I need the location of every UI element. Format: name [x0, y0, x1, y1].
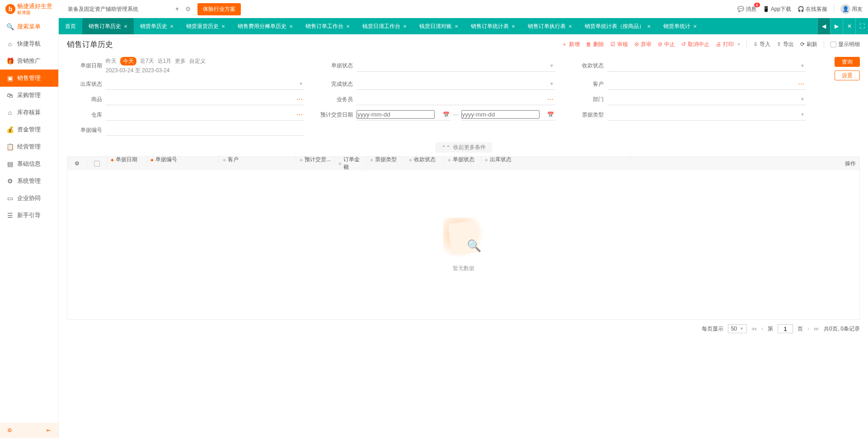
print-button[interactable]: 🖨打印▾	[716, 41, 740, 48]
date-quick-option[interactable]: 今天	[120, 57, 136, 65]
sidebar-item[interactable]: ⚙系统管理	[0, 172, 58, 190]
table-column-header[interactable]: ◆单据日期	[107, 156, 147, 163]
tab-close-all[interactable]: ✕	[843, 18, 855, 34]
deliver-date-to[interactable]: 📅	[461, 109, 555, 121]
page-prev[interactable]: ‹	[761, 326, 763, 332]
sidebar-item[interactable]: 🛍采购管理	[0, 87, 58, 104]
close-icon[interactable]: ✕	[221, 24, 225, 29]
sidebar-item[interactable]: ☰新手引导	[0, 207, 58, 224]
tab[interactable]: 销售订单工作台✕	[299, 18, 356, 34]
collapse-filters-button[interactable]: ⌃⌃ 收起更多条件	[435, 142, 492, 153]
dept-select[interactable]: ▼	[607, 93, 806, 105]
app-download-button[interactable]: 📱 App下载	[763, 5, 791, 13]
tab-scroll-left[interactable]: ◀	[817, 18, 830, 34]
industry-plan-button[interactable]: 体验行业方案	[197, 3, 241, 15]
date-quick-option[interactable]: 自定义	[189, 57, 206, 65]
sidebar-search[interactable]: 🔍 搜索菜单	[0, 18, 58, 35]
sidebar-item[interactable]: 📋经营管理	[0, 138, 58, 155]
tab[interactable]: 钱货日清工作台✕	[356, 18, 413, 34]
setting-button[interactable]: 设置	[835, 70, 860, 80]
tab[interactable]: 销货单统计✕	[657, 18, 703, 34]
sidebar-item[interactable]: ▣销售管理	[0, 70, 58, 87]
tab[interactable]: 销售订单统计表✕	[464, 18, 521, 34]
per-page-select[interactable]: 50▼	[728, 324, 747, 333]
bill-type-select[interactable]: ▼	[607, 109, 806, 121]
tab[interactable]: 销售订单执行表✕	[521, 18, 578, 34]
export-button[interactable]: ⇧导出	[777, 41, 794, 48]
tab[interactable]: 销货退货历史✕	[180, 18, 231, 34]
close-icon[interactable]: ✕	[170, 24, 174, 29]
search-button[interactable]: 查询	[835, 57, 860, 67]
table-column-header[interactable]: ◆单据编号	[147, 156, 219, 163]
sidebar-item[interactable]: ▭企业协同	[0, 190, 58, 207]
abandon-button[interactable]: ⊘弃审	[634, 41, 652, 48]
tab-scroll-right[interactable]: ▶	[830, 18, 843, 34]
add-button[interactable]: ＋新增	[562, 41, 580, 48]
date-quick-option[interactable]: 近7天	[140, 57, 154, 65]
date-quick-option[interactable]: 昨天	[106, 57, 117, 65]
system-select[interactable]: 装备及固定资产辅助管理系统 ▼	[68, 5, 180, 13]
messages-button[interactable]: 💬 消息 6	[737, 5, 756, 13]
page-input[interactable]	[778, 324, 793, 333]
table-column-header[interactable]: ◆单据状态	[444, 156, 481, 163]
sidebar-item[interactable]: 🎁营销推广	[0, 52, 58, 70]
table-column-header[interactable]: ◆客户	[219, 156, 296, 163]
customer-select[interactable]: ⋯	[607, 78, 806, 90]
bill-no-input[interactable]	[106, 127, 304, 133]
pay-status-select[interactable]: ▼	[607, 60, 806, 72]
fullscreen-icon[interactable]: ⛶	[855, 18, 868, 34]
sidebar-item[interactable]: ⌂快捷导航	[0, 35, 58, 52]
table-settings-button[interactable]: ⚙	[67, 157, 87, 170]
bill-status-select[interactable]: ▼	[357, 60, 555, 72]
close-icon[interactable]: ✕	[568, 24, 572, 29]
out-status-select[interactable]: ▼	[106, 78, 304, 90]
close-icon[interactable]: ✕	[455, 24, 458, 29]
deliver-date-to-input[interactable]	[461, 110, 540, 119]
tab[interactable]: 钱货日清对账✕	[413, 18, 464, 34]
close-icon[interactable]: ✕	[403, 24, 407, 29]
warehouse-select[interactable]: ⋯	[106, 109, 304, 121]
close-icon[interactable]: ✕	[511, 24, 515, 29]
goods-select[interactable]: ⋯	[106, 93, 304, 105]
tab[interactable]: 销货单历史✕	[134, 18, 180, 34]
tab[interactable]: 首页	[59, 18, 82, 34]
sidebar-item[interactable]: ⌂库存核算	[0, 104, 58, 121]
table-column-header[interactable]: ◆出库状态	[481, 156, 630, 163]
table-column-header[interactable]: ◆订单金额	[335, 156, 366, 171]
close-icon[interactable]: ✕	[693, 24, 697, 29]
deliver-date-from-input[interactable]	[357, 110, 435, 119]
sidebar-item[interactable]: ▤基础信息	[0, 155, 58, 172]
online-service-button[interactable]: 🎧 在线客服	[798, 5, 827, 13]
table-column-header[interactable]: ◆票据类型	[366, 156, 405, 163]
close-icon[interactable]: ✕	[124, 24, 127, 29]
gear-icon[interactable]: ⚙	[7, 427, 12, 433]
select-all-checkbox[interactable]	[87, 157, 107, 170]
deliver-date-from[interactable]: 📅	[357, 109, 450, 121]
biz-user-select[interactable]: ⋯	[357, 93, 555, 105]
close-icon[interactable]: ✕	[647, 24, 651, 29]
bill-no-input-wrap[interactable]	[106, 124, 304, 136]
page-last[interactable]: ⏭	[814, 326, 819, 332]
audit-button[interactable]: ☑审核	[610, 41, 628, 48]
page-first[interactable]: ⏮	[751, 326, 757, 332]
unstop-button[interactable]: ↺取消中止	[681, 41, 709, 48]
page-next[interactable]: ›	[807, 326, 809, 332]
close-icon[interactable]: ✕	[346, 24, 350, 29]
collapse-icon[interactable]: ⇤	[47, 427, 51, 433]
stop-button[interactable]: ⊘中止	[658, 41, 675, 48]
date-quick-option[interactable]: 更多	[175, 57, 186, 65]
sidebar-item[interactable]: 💰资金管理	[0, 121, 58, 138]
gear-icon[interactable]: ⚙	[185, 5, 191, 13]
refresh-button[interactable]: ⟳刷新	[800, 41, 817, 48]
import-button[interactable]: ⇩导入	[753, 41, 770, 48]
tab[interactable]: 销售订单历史✕	[82, 18, 134, 34]
close-icon[interactable]: ✕	[289, 24, 293, 29]
table-column-header[interactable]: ◆预计交货...	[296, 156, 335, 163]
date-quick-option[interactable]: 近1月	[158, 57, 172, 65]
tab[interactable]: 销售费用分摊单历史✕	[231, 18, 299, 34]
table-column-header[interactable]: ◆收款状态	[405, 156, 444, 163]
finish-status-select[interactable]: ▼	[357, 78, 555, 90]
delete-button[interactable]: 🗑删除	[586, 41, 604, 48]
show-detail-checkbox[interactable]: 显示明细	[830, 41, 860, 48]
tab[interactable]: 销货单统计表（按商品）✕	[578, 18, 657, 34]
